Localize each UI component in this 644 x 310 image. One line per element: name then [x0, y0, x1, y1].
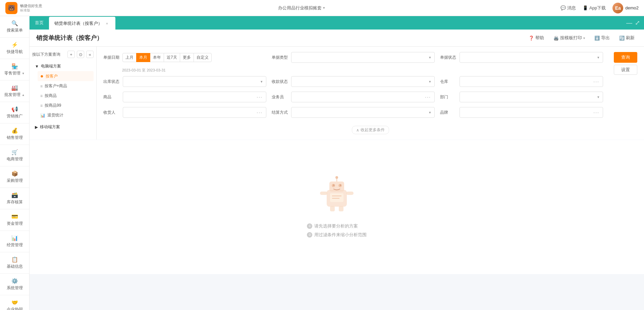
staff-select[interactable]: ···	[291, 92, 435, 102]
filter-action-buttons: 查询 设置	[614, 52, 637, 75]
sidebar-item-wholesale[interactable]: 🏭 批发管理 ▲	[0, 81, 29, 102]
consignee-select[interactable]: ···	[123, 107, 266, 118]
scheme-sub-items: ● 按客户 ≡ 按客户+商品 ≡ 按商品	[32, 71, 94, 120]
page-header: 销货单统计表（按客户） ❓ 帮助 🖨️ 按模板打印 ▾ ⬇️ 导出	[30, 30, 644, 47]
filter-row-2: 出库状态 ▾ 收款状态	[103, 76, 603, 87]
docstatus-caret-icon: ▾	[597, 55, 599, 60]
empty-state: ① 请先选择要分析的方案 ② 用过滤条件来缩小分析范围	[30, 140, 644, 274]
sidebar: 🔍 搜索菜单 ⚡ 快捷导航 🏪 零售管理 ▼ 🏭 批发管理 ▲ 📢 营销推广 💰…	[0, 16, 30, 310]
template-print-button[interactable]: 🖨️ 按模板打印 ▾	[551, 34, 588, 42]
empty-tip-2: ② 用过滤条件来缩小分析范围	[307, 230, 367, 239]
industry-selector[interactable]: 办公用品行业模拟账套 ▾	[275, 4, 328, 12]
scheme-panel: 按以下方案查询 + ⊙ « ▼ 电脑端方案	[30, 47, 97, 140]
consignee-dots: ···	[257, 110, 263, 115]
scheme-settings-icon[interactable]: ⊙	[77, 51, 84, 58]
message-icon: 💬	[560, 5, 566, 10]
filter-row-3: 商品 ··· 业务员	[103, 92, 603, 102]
sidebar-item-shortcut[interactable]: ⚡ 快捷导航	[0, 38, 29, 59]
sidebar-item-purchase[interactable]: 📦 采购管理	[0, 166, 29, 188]
page-content: 销货单统计表（按客户） ❓ 帮助 🖨️ 按模板打印 ▾ ⬇️ 导出	[30, 30, 644, 310]
scheme-item-goods[interactable]: ≡ 按商品	[38, 91, 94, 101]
sidebar-item-ecommerce[interactable]: 🛒 电商管理	[0, 145, 29, 166]
export-button[interactable]: ⬇️ 导出	[592, 34, 612, 42]
print-icon: 🖨️	[553, 36, 559, 41]
refresh-button[interactable]: 🔄 刷新	[616, 34, 637, 42]
scheme-collapse-icon[interactable]: «	[86, 51, 94, 58]
scheme-header: 按以下方案查询 + ⊙ «	[32, 51, 94, 58]
filter-settings-button[interactable]: 设置	[614, 65, 637, 75]
receiptstatus-label: 收款状态	[272, 79, 288, 85]
outstatus-select[interactable]: ▾	[123, 76, 266, 87]
receiptstatus-select[interactable]: ▾	[291, 76, 435, 87]
date-tab-this-month[interactable]: 本月	[136, 53, 150, 62]
tab-close-button[interactable]: ×	[104, 21, 110, 26]
doctype-select[interactable]: ▾	[291, 52, 435, 63]
finance-icon: 💳	[1, 213, 28, 220]
sidebar-item-inventory[interactable]: 🗃️ 库存核算	[0, 188, 29, 209]
dept-select[interactable]: ▾	[460, 92, 603, 102]
brand-label: 品牌	[440, 110, 457, 115]
main-layout: 🔍 搜索菜单 ⚡ 快捷导航 🏪 零售管理 ▼ 🏭 批发管理 ▲ 📢 营销推广 💰…	[0, 16, 644, 310]
scheme-add-icon[interactable]: +	[67, 51, 75, 58]
sidebar-item-system[interactable]: ⚙️ 系统管理	[0, 274, 29, 295]
avatar: Ea	[612, 3, 623, 13]
user-avatar-area[interactable]: Ea demo2	[612, 3, 639, 13]
goods-label: 商品	[103, 94, 120, 100]
message-button[interactable]: 💬 消息	[560, 5, 576, 11]
scheme-group-mobile-label[interactable]: ▶ 移动端方案	[32, 122, 94, 132]
docstatus-select[interactable]: ▾	[460, 52, 603, 63]
sidebar-item-marketing[interactable]: 📢 营销推广	[0, 102, 29, 123]
sidebar-item-finance[interactable]: 💳 资金管理	[0, 209, 29, 231]
help-icon: ❓	[529, 36, 534, 41]
maximize-icon[interactable]: ⤢	[635, 19, 640, 27]
scheme-item-goods99[interactable]: ≡ 按商品99	[38, 101, 94, 110]
date-filter: 上月 本月 本年 近7天 更多 自定义	[123, 53, 266, 62]
date-tab-7days[interactable]: 近7天	[164, 53, 180, 62]
app-download-button[interactable]: 📱 App下载	[583, 5, 606, 11]
filter-goods-item: 商品 ···	[103, 92, 266, 102]
docstatus-label: 单据状态	[440, 55, 457, 60]
brand-select[interactable]: ···	[460, 107, 603, 118]
sidebar-item-retail[interactable]: 🏪 零售管理 ▼	[0, 59, 29, 81]
page-title: 销货单统计表（按客户）	[36, 34, 103, 42]
scheme-item-customer-goods[interactable]: ≡ 按客户+商品	[38, 81, 94, 91]
basic-icon: 📋	[1, 256, 28, 263]
tab-sales-stats[interactable]: 销货单统计表（按客户） ×	[49, 17, 115, 30]
date-tab-this-year[interactable]: 本年	[150, 53, 164, 62]
goods-select[interactable]: ···	[123, 92, 266, 102]
date-range-text: 2023-03-01 至 2023-03-31	[122, 68, 166, 72]
cooperation-icon: 🤝	[1, 299, 28, 306]
filter-payment-item: 结算方式 ▾	[272, 107, 435, 118]
scheme-header-label: 按以下方案查询	[32, 52, 60, 57]
help-button[interactable]: ❓ 帮助	[526, 34, 547, 42]
sidebar-item-search[interactable]: 🔍 搜索菜单	[0, 16, 29, 38]
doctype-caret-icon: ▾	[429, 55, 431, 60]
svg-point-7	[335, 176, 338, 179]
scheme-group-desktop-label[interactable]: ▼ 电脑端方案	[32, 61, 94, 71]
wholesale-icon: 🏭	[1, 85, 28, 91]
tip-num-2: ②	[307, 232, 312, 238]
date-tab-last-month[interactable]: 上月	[122, 53, 137, 62]
svg-rect-11	[339, 206, 343, 211]
date-tab-more[interactable]: 更多	[180, 53, 194, 62]
payment-select[interactable]: ▾	[291, 107, 435, 118]
sidebar-item-cooperation[interactable]: 🤝 企业协同	[0, 295, 29, 310]
scheme-group-expand-icon: ▼	[35, 64, 39, 69]
tab-label: 销货单统计表（按客户）	[54, 20, 102, 27]
sidebar-item-sales[interactable]: 💰 销售管理	[0, 123, 29, 145]
query-button[interactable]: 查询	[614, 52, 637, 63]
sidebar-item-basic[interactable]: 📋 基础信息	[0, 252, 29, 274]
minimize-icon[interactable]: —	[626, 19, 632, 27]
collapse-button[interactable]: ∧ 收起更多条件	[352, 126, 389, 134]
scheme-item-return-stats[interactable]: 📊 退货统计	[38, 110, 94, 120]
sidebar-item-operations[interactable]: 📊 经营管理	[0, 231, 29, 252]
warehouse-select[interactable]: ···	[460, 76, 603, 87]
filter-docstatus-item: 单据状态 ▾	[440, 52, 603, 63]
doctype-label: 单据类型	[272, 55, 288, 60]
scheme-item-by-customer[interactable]: ● 按客户	[38, 71, 94, 81]
scheme-selected-icon: ●	[40, 73, 44, 79]
retail-icon: 🏪	[1, 63, 28, 69]
tab-home[interactable]: 首页	[30, 16, 49, 30]
date-tab-custom[interactable]: 自定义	[194, 53, 212, 62]
shortcut-icon: ⚡	[1, 42, 28, 48]
